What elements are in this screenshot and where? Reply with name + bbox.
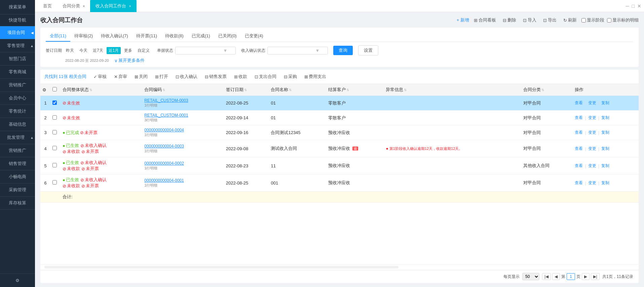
abandon-audit-button[interactable]: ✕ 弃审 (111, 72, 130, 81)
contract-code-link[interactable]: RETAIL_CUSTOM-0001 (144, 113, 222, 118)
status-tab-closed[interactable]: 已关闭(0) (214, 31, 241, 42)
date-last7[interactable]: 近7天 (91, 47, 105, 54)
sidebar-item-wholesale[interactable]: 批发管理 ▲ (0, 131, 35, 144)
contract-code-link[interactable]: 0000000000004-0001 (144, 178, 222, 183)
print-button[interactable]: ⊞ 打开 (152, 72, 171, 81)
copy-button[interactable]: 复制 (601, 163, 609, 169)
date-last1month[interactable]: 近1月 (107, 47, 121, 54)
sidebar-item-retail[interactable]: 零售管理 ▲ (0, 39, 35, 52)
row-checkbox[interactable] (50, 157, 61, 174)
export-button[interactable]: ⊡ 导出 (541, 16, 559, 24)
sidebar-item-basic[interactable]: 基础信息 (0, 118, 35, 131)
doc-status-select[interactable]: ▼ (175, 47, 236, 54)
first-page-btn[interactable]: |◀ (542, 273, 551, 280)
copy-button[interactable]: 复制 (601, 130, 609, 135)
filter-settings-button[interactable]: 设置 (358, 45, 378, 55)
out-contract-button[interactable]: ⊡ 支出合同 (252, 72, 279, 81)
sidebar-settings[interactable]: ⚙ (0, 274, 35, 287)
sidebar-item-xiaochang[interactable]: 小畅电商 (0, 170, 35, 183)
status-tab-completed[interactable]: 已完成(1) (188, 31, 214, 42)
col-customer[interactable]: 结算客户⇅ (326, 84, 384, 96)
sidebar-item-marketing[interactable]: 营销推广 (0, 79, 35, 92)
status-tab-pending-payment[interactable]: 待收款(8) (161, 31, 188, 42)
window-close[interactable]: ✕ (637, 3, 641, 9)
sidebar-item-stats[interactable]: 零售统计 (0, 105, 35, 118)
select-all-checkbox[interactable] (52, 87, 57, 91)
import-button[interactable]: ⊡ 导入 (521, 16, 538, 24)
sidebar-item-smart-store[interactable]: 智慧门店 (0, 52, 35, 66)
tab-income-workbench[interactable]: 收入合同工作台 × (90, 0, 136, 12)
tab-home[interactable]: 首页 (38, 0, 57, 12)
show-stage-checkbox[interactable]: 显示阶段 (581, 17, 604, 23)
row-checkbox[interactable] (50, 140, 61, 157)
new-button[interactable]: + 新增 (457, 17, 469, 23)
prev-page-btn[interactable]: ◀ (552, 273, 560, 280)
view-button[interactable]: 查看 (575, 163, 583, 169)
horizontal-scrollbar[interactable] (44, 266, 399, 269)
last-page-btn[interactable]: ▶| (591, 273, 600, 280)
query-button[interactable]: 查询 (333, 46, 353, 55)
contract-code-link[interactable]: RETAIL_CUSTOM-0003 (144, 98, 222, 103)
sidebar-quick-nav[interactable]: 快捷导航 (0, 14, 35, 26)
row-checkbox[interactable] (50, 111, 61, 125)
tab-contract-category[interactable]: 合同分类 × (57, 0, 90, 12)
copy-button[interactable]: 复制 (601, 180, 609, 186)
col-category[interactable]: 合同分类⇅ (521, 84, 573, 96)
date-today[interactable]: 今天 (77, 47, 89, 54)
sales-invoice-button[interactable]: ⊟ 销售发票 (202, 72, 230, 81)
row-checkbox[interactable] (50, 96, 61, 111)
sidebar-item-mkt2[interactable]: 营销推广 (0, 144, 35, 157)
status-tab-all[interactable]: 全部(11) (46, 31, 70, 42)
sidebar-item-purchase[interactable]: 采购管理 (0, 183, 35, 197)
close-tab-contract-category[interactable]: × (83, 0, 85, 12)
status-tab-pending-confirm[interactable]: 待收入确认(7) (97, 31, 132, 42)
delete-button[interactable]: ⊟ 删除 (501, 16, 518, 24)
col-settings[interactable]: ⚙ (40, 84, 50, 96)
edit-button[interactable]: 变更 (588, 100, 596, 106)
row-checkbox[interactable] (50, 174, 61, 192)
show-detail-checkbox[interactable]: 显示标的明细 (607, 17, 639, 23)
col-status[interactable]: 合同整体状态⇅ (61, 84, 142, 96)
income-confirm-select[interactable]: ▼ (267, 47, 328, 54)
status-tab-pending-review[interactable]: 待审核(2) (70, 31, 97, 42)
sidebar-item-ecommerce[interactable]: 零售商城 (0, 66, 35, 79)
col-name[interactable]: 合同名称⇅ (269, 84, 326, 96)
sidebar-item-sales[interactable]: 销售管理 (0, 157, 35, 170)
col-abnormal[interactable]: 异常信息⇅ (384, 84, 521, 96)
income-confirm-button[interactable]: ⊡ 收入确认 (173, 72, 200, 81)
edit-button[interactable]: 变更 (588, 130, 596, 135)
purchase-button[interactable]: ⊟ 采购 (281, 72, 300, 81)
payment-button[interactable]: ⊞ 收款 (231, 72, 250, 81)
contract-board-button[interactable]: ⊞ 合同看板 (472, 16, 498, 24)
audit-button[interactable]: ✓ 审核 (90, 72, 110, 81)
col-sign-date[interactable]: 签订日期⇅ (224, 84, 269, 96)
contract-code-link[interactable]: 0000000000004-0004 (144, 128, 222, 132)
col-code[interactable]: 合同编码⇅ (142, 84, 224, 96)
copy-button[interactable]: 复制 (601, 115, 609, 121)
status-tab-changed[interactable]: 已变更(4) (241, 31, 267, 42)
next-page-btn[interactable]: ▶ (582, 273, 590, 280)
close-tab-income-workbench[interactable]: × (129, 0, 131, 12)
date-yesterday[interactable]: 昨天 (64, 47, 76, 54)
sidebar-item-members[interactable]: 会员中心 (0, 92, 35, 105)
date-custom[interactable]: 自定义 (136, 47, 152, 54)
copy-button[interactable]: 复制 (601, 100, 609, 106)
contract-code-link[interactable]: 0000000000004-0003 (144, 144, 222, 149)
row-checkbox[interactable] (50, 125, 61, 140)
view-button[interactable]: 查看 (575, 100, 583, 106)
close-contract-button[interactable]: ⊠ 关闭 (131, 72, 151, 81)
sidebar-search[interactable]: 搜索菜单 (0, 0, 35, 14)
view-button[interactable]: 查看 (575, 115, 583, 121)
window-minimize[interactable]: ─ (626, 3, 629, 9)
view-button[interactable]: 查看 (575, 130, 583, 135)
window-maximize[interactable]: □ (632, 3, 635, 9)
copy-button[interactable]: 复制 (601, 146, 609, 152)
edit-button[interactable]: 变更 (588, 163, 596, 169)
edit-button[interactable]: 变更 (588, 115, 596, 121)
sidebar-item-inventory[interactable]: 库存核算 (0, 197, 35, 210)
sidebar-item-project[interactable]: 项目合同 ◀ (0, 26, 35, 39)
refresh-button[interactable]: ↻ 刷新 (561, 16, 579, 24)
date-more[interactable]: 更多 (122, 47, 134, 54)
view-button[interactable]: 查看 (575, 180, 583, 186)
edit-button[interactable]: 变更 (588, 146, 596, 152)
